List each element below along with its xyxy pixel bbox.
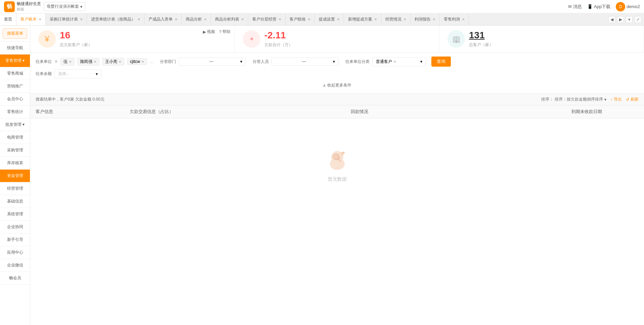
sidebar-item-marketing[interactable]: 营销推广 <box>0 80 30 93</box>
account-selector[interactable]: 母婴行业演示帐套 ▾ <box>44 2 85 11</box>
tab-purchase-order[interactable]: 采购订单统计表 ✕ <box>46 13 87 26</box>
empty-icon <box>324 145 351 172</box>
col-due-date: 到期未收款日期 <box>571 109 639 115</box>
sidebar-item-purchase[interactable]: 采购管理 <box>0 144 30 157</box>
stat-total-debt-amount: ✦ -2.11 欠款合计（万） <box>235 26 439 52</box>
sidebar-item-retail-stats[interactable]: 零售统计 <box>0 106 30 118</box>
tab-scroll-right[interactable]: ▶ <box>617 16 624 23</box>
sidebar-item-retail-mall[interactable]: 零售商城 <box>0 67 30 80</box>
tab-close-icon[interactable]: ✕ <box>137 17 140 21</box>
table-header: 客户信息 欠款交易信息（占比） 回款情况 到期未收款日期 <box>30 105 644 118</box>
sidebar-item-basic-info[interactable]: 基础信息 <box>0 195 30 208</box>
filter-unit-category-select[interactable]: 普通客户 ✕ ▾ <box>372 57 426 66</box>
col-debt-info: 欠款交易信息（占比） <box>130 109 351 115</box>
tab-inventory-stats[interactable]: 进货单统计表（按商品） ✕ <box>87 13 144 26</box>
tab-close-icon[interactable]: ✕ <box>80 17 83 21</box>
filter-area: 往来单位 ✕ 伍✕ 陈民强✕ 王小亮✕ cjttcw✕ ... 分管部门 ⋯ ▾… <box>30 52 644 94</box>
tab-operations[interactable]: 经营情况 ✕ <box>381 13 411 26</box>
help-link[interactable]: ? 帮助 <box>219 29 230 35</box>
sort-select[interactable]: 排序： 排序：按欠款金额倒序排序 ▾ <box>541 97 606 102</box>
tab-customer-ledger[interactable]: 客户账本 ✕ <box>16 13 46 26</box>
tab-customer-tier[interactable]: 客户分层经营 ✕ <box>248 13 286 26</box>
sidebar-item-wholesale[interactable]: 批发管理 ▾ <box>0 118 30 131</box>
filter-tag-cjttcw[interactable]: cjttcw✕ <box>127 58 147 65</box>
filter-row-1: 往来单位 ✕ 伍✕ 陈民强✕ 王小亮✕ cjttcw✕ ... 分管部门 ⋯ ▾… <box>36 57 639 67</box>
app-download-btn[interactable]: 📱 App下载 <box>587 4 610 10</box>
refresh-btn[interactable]: ↺ 刷新 <box>626 97 639 102</box>
tab-close-icon[interactable]: ✕ <box>175 17 177 21</box>
tab-close-icon[interactable]: ✕ <box>204 17 207 21</box>
filter-balance-select[interactable]: 选择... ▾ <box>54 69 101 78</box>
sidebar-item-enterprise[interactable]: 企业协同 <box>0 221 30 233</box>
sidebar-item-system[interactable]: 系统管理 <box>0 208 30 221</box>
tab-customer-contact[interactable]: 客户联络 ✕ <box>286 13 315 26</box>
sidebar-item-guide[interactable]: 新手引导 <box>0 233 30 246</box>
tab-close-icon[interactable]: ✕ <box>462 17 465 21</box>
sidebar-search-area: 搜索菜单 <box>0 26 30 42</box>
tab-profit-report[interactable]: 利润报告 ✕ <box>411 13 440 26</box>
filter-category-tag[interactable]: 普通客户 ✕ <box>376 59 396 65</box>
stat-video-help: ▶ 视频 ? 帮助 <box>203 29 230 35</box>
sidebar-item-inventory[interactable]: 库存核算 <box>0 157 30 170</box>
video-link[interactable]: ▶ 视频 <box>203 29 215 35</box>
top-bar-right: ✉ 消息 📱 App下载 D demo2 <box>568 2 640 11</box>
tab-close-icon[interactable]: ✕ <box>433 17 435 21</box>
collapse-area: ∧ 收起更多条件 <box>36 81 639 89</box>
tab-close-icon[interactable]: ✕ <box>374 17 377 21</box>
tab-close-icon[interactable]: ✕ <box>403 17 406 21</box>
tab-close-icon[interactable]: ✕ <box>39 17 41 21</box>
tab-retail-profit[interactable]: 零售利润 ✕ <box>440 13 469 26</box>
logo-text: 畅捷通好生意 标版 <box>17 1 41 12</box>
main-layout: 搜索菜单 快捷导航 零售管理 ▾ 零售商城 营销推广 会员中心 零售统计 批发管… <box>0 26 644 325</box>
tab-product-analysis-list[interactable]: 商品分析列表 ✕ <box>211 13 248 26</box>
tab-close-icon[interactable]: ✕ <box>308 17 310 21</box>
sidebar-item-member-center[interactable]: 会员中心 <box>0 93 30 106</box>
sidebar-item-finance[interactable]: 资金管理 <box>0 170 30 182</box>
sidebar: 搜索菜单 快捷导航 零售管理 ▾ 零售商城 营销推广 会员中心 零售统计 批发管… <box>0 26 30 325</box>
col-repayment: 回款情况 <box>351 109 572 115</box>
stats-bar: ¥ 16 总欠款客户（家） ▶ 视频 ? 帮助 ✦ -2.11 欠款合计（ <box>30 26 644 52</box>
tab-product-inbound[interactable]: 产成品入库单 ✕ <box>144 13 182 26</box>
sidebar-item-retail-mgmt[interactable]: 零售管理 ▾ <box>0 55 30 67</box>
filter-more-btn[interactable]: ... <box>150 59 153 64</box>
tab-menu[interactable]: ▾ <box>626 16 633 23</box>
logo-icon: 畅 <box>4 1 15 12</box>
tab-scroll-left[interactable]: ◀ <box>608 16 615 23</box>
filter-dept-label: 分管部门 <box>160 59 176 65</box>
sidebar-item-member[interactable]: 畅会员 <box>0 272 30 285</box>
tab-commission-settings[interactable]: 提成设置 ✕ <box>315 13 344 26</box>
filter-unit-label: 往来单位 <box>36 59 52 65</box>
filter-tag-wu[interactable]: 伍✕ <box>60 58 75 66</box>
tab-close-icon[interactable]: ✕ <box>337 17 340 21</box>
export-btn[interactable]: ↑ 导出 <box>610 97 622 102</box>
user-menu[interactable]: D demo2 <box>616 2 640 11</box>
tab-close-icon[interactable]: ✕ <box>241 17 244 21</box>
sidebar-item-operations[interactable]: 经营管理 <box>0 182 30 195</box>
message-btn[interactable]: ✉ 消息 <box>568 4 582 10</box>
filter-dept-select[interactable]: ⋯ ▾ <box>179 58 246 66</box>
tab-product-analysis[interactable]: 商品分析 ✕ <box>182 13 211 26</box>
filter-person-select[interactable]: ⋯ ▾ <box>271 58 339 66</box>
sidebar-item-app-center[interactable]: 应用中心 <box>0 246 30 259</box>
tab-home[interactable]: 首页 <box>0 13 16 26</box>
sidebar-item-wechat[interactable]: 企业微信 <box>0 259 30 272</box>
top-bar: 畅 畅捷通好生意 标版 母婴行业演示帐套 ▾ ✉ 消息 📱 App下载 D de… <box>0 0 644 13</box>
filter-tag-chen[interactable]: 陈民强✕ <box>77 58 99 66</box>
stat-total-debt-customers: ¥ 16 总欠款客户（家） ▶ 视频 ? 帮助 <box>30 26 235 52</box>
stat-icon-money: ¥ <box>38 30 56 48</box>
stat-text-2: -2.11 欠款合计（万） <box>264 30 293 48</box>
filter-tag-wang[interactable]: 王小亮✕ <box>102 58 124 66</box>
sidebar-item-ecommerce[interactable]: 电商管理 <box>0 131 30 144</box>
collapse-btn[interactable]: ∧ 收起更多条件 <box>36 81 639 89</box>
tab-bar-end: ◀ ▶ ▾ ⤢ <box>606 16 644 23</box>
tab-bar: 首页 客户账本 ✕ 采购订单统计表 ✕ 进货单统计表（按商品） ✕ 产成品入库单… <box>0 13 644 26</box>
filter-unit-category-label: 往来单位分类 <box>345 59 370 65</box>
tab-close-icon[interactable]: ✕ <box>278 17 281 21</box>
empty-text: 暂无数据 <box>328 176 347 182</box>
tab-fullscreen[interactable]: ⤢ <box>635 16 641 23</box>
quick-nav-btn[interactable]: 快捷导航 <box>0 42 30 55</box>
stat-text-1: 16 总欠款客户（家） <box>60 30 92 48</box>
tab-new-commission[interactable]: 新增提成方案 ✕ <box>344 13 381 26</box>
query-btn[interactable]: 查询 <box>431 57 451 67</box>
search-menu-btn[interactable]: 搜索菜单 <box>3 28 27 39</box>
